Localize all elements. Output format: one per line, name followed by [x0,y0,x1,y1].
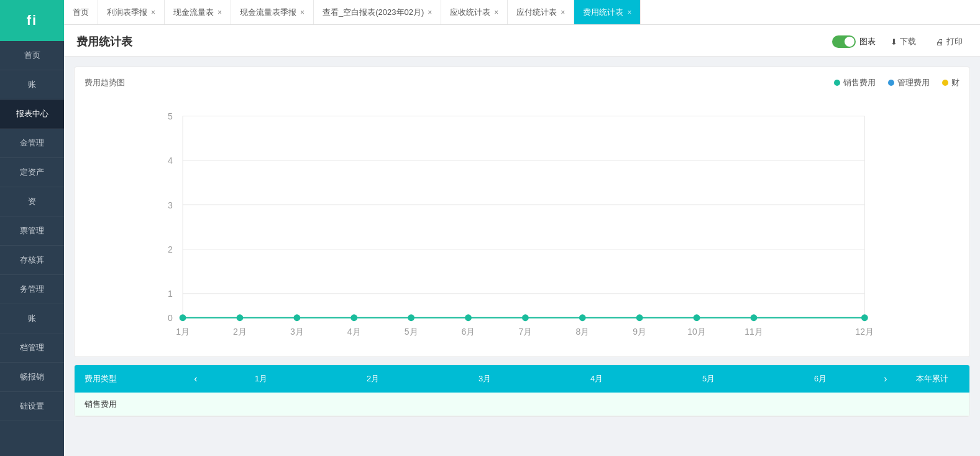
sidebar-item-settings[interactable]: 础设置 [0,392,64,421]
chart-card: 费用趋势图 销售费用 管理费用 财 [74,67,970,357]
chart-toggle-label: 图表 [859,36,876,47]
col-total: 本年累计 [895,373,969,384]
svg-point-24 [751,314,758,321]
svg-text:12月: 12月 [856,327,874,337]
svg-text:3月: 3月 [290,327,304,337]
col-type: 费用类型 [75,373,186,384]
chart-toggle-switch[interactable] [832,35,856,48]
svg-point-18 [408,314,414,321]
svg-text:8月: 8月 [575,327,589,337]
prev-nav-btn[interactable]: ‹ [186,373,205,384]
tab-cashflow[interactable]: 现金流量表 × [165,0,231,24]
tab-payable[interactable]: 应付统计表 × [508,0,574,24]
legend-dot-admin [888,80,894,86]
sidebar-item-assets[interactable]: 定资产 [0,158,64,187]
cell-type: 销售费用 [75,399,186,410]
sidebar-item-inventory[interactable]: 存核算 [0,246,64,275]
svg-text:5月: 5月 [405,327,418,337]
col-m4: 4月 [541,373,653,384]
table-header: 费用类型 ‹ 1月 2月 3月 4月 5月 6月 › 本年累计 [75,365,969,393]
expense-table: 费用类型 ‹ 1月 2月 3月 4月 5月 6月 › 本年累计 销售费用 [74,365,970,417]
sidebar-item-capital[interactable]: 资 [0,187,64,216]
print-button[interactable]: 🖨 打印 [931,34,968,50]
col-m5: 5月 [653,373,764,384]
svg-point-22 [636,314,643,321]
trend-chart: 5 4 3 2 1 0 [85,96,959,345]
svg-text:3: 3 [168,200,173,210]
svg-text:5: 5 [168,111,173,121]
svg-point-14 [180,314,186,321]
svg-text:1月: 1月 [176,327,190,337]
tab-expense-stats[interactable]: 费用统计表 × [574,0,641,24]
svg-text:1: 1 [168,289,173,299]
close-tab-receivable[interactable]: × [494,8,498,17]
col-m2: 2月 [317,373,429,384]
svg-text:9月: 9月 [633,327,646,337]
legend-dot-finance [942,80,948,86]
chart-title: 费用趋势图 [85,77,125,88]
tab-profit-quarterly[interactable]: 利润表季报 × [98,0,165,24]
chart-legend: 销售费用 管理费用 财 [834,77,959,88]
download-button[interactable]: ⬇ 下载 [886,34,921,50]
sidebar-item-account[interactable]: 账 [0,70,64,100]
legend-admin: 管理费用 [888,77,930,88]
sidebar-item-home[interactable]: 首页 [0,41,64,70]
svg-point-20 [522,314,529,321]
svg-point-19 [465,314,472,321]
svg-text:4: 4 [168,156,173,165]
page-title: 费用统计表 [76,34,132,49]
app-logo: fi [0,0,64,41]
col-m3: 3月 [429,373,541,384]
svg-point-21 [579,314,586,321]
close-tab-payable[interactable]: × [561,8,565,17]
svg-point-16 [293,314,300,321]
tab-bar: 首页 利润表季报 × 现金流量表 × 现金流量表季报 × 查看_空白报表(202… [64,0,980,25]
legend-sales: 销售费用 [834,77,876,88]
chart-svg-container: 5 4 3 2 1 0 [85,96,959,347]
sidebar-item-service[interactable]: 务管理 [0,275,64,304]
svg-text:4月: 4月 [347,327,361,337]
svg-text:10月: 10月 [687,327,706,337]
header-actions: 图表 ⬇ 下载 🖨 打印 [832,34,968,50]
legend-dot-sales [834,80,840,86]
page-header: 费用统计表 图表 ⬇ 下载 🖨 打印 [64,25,980,57]
col-m6: 6月 [764,373,876,384]
svg-point-17 [350,314,357,321]
svg-point-15 [237,314,244,321]
svg-text:6月: 6月 [462,327,475,337]
close-tab-expense-stats[interactable]: × [627,8,631,17]
sidebar-item-reports[interactable]: 报表中心 [0,100,64,129]
close-tab-cashflow[interactable]: × [218,8,222,17]
svg-text:11月: 11月 [744,327,763,337]
content-area: 费用趋势图 销售费用 管理费用 财 [64,57,980,456]
svg-point-23 [694,314,700,321]
col-m1: 1月 [205,373,317,384]
sidebar-item-expense[interactable]: 畅报销 [0,363,64,392]
main-area: 首页 利润表季报 × 现金流量表 × 现金流量表季报 × 查看_空白报表(202… [64,0,980,456]
table-row: 销售费用 [75,393,969,416]
tab-home[interactable]: 首页 [64,0,98,24]
tab-receivable[interactable]: 应收统计表 × [441,0,508,24]
legend-finance: 财 [942,77,959,88]
chart-header: 费用趋势图 销售费用 管理费用 财 [85,77,959,88]
chart-toggle-area[interactable]: 图表 [832,35,876,48]
close-tab-cashflow-quarterly[interactable]: × [300,8,305,17]
close-tab-profit-quarterly[interactable]: × [151,8,155,17]
svg-text:0: 0 [168,313,173,323]
sidebar-item-archive[interactable]: 档管理 [0,333,64,363]
close-tab-blank-report[interactable]: × [428,8,432,17]
sidebar-item-ledger[interactable]: 账 [0,304,64,333]
tab-blank-report[interactable]: 查看_空白报表(2023年02月) × [314,0,441,24]
svg-point-25 [861,314,868,321]
svg-text:2: 2 [168,244,173,254]
print-icon: 🖨 [936,37,944,47]
svg-text:7月: 7月 [518,327,532,337]
download-icon: ⬇ [891,37,897,47]
sidebar: fi 首页 账 报表中心 金管理 定资产 资 票管理 存核算 务管理 账 档管理… [0,0,64,456]
next-nav-btn[interactable]: › [876,373,895,384]
tab-cashflow-quarterly[interactable]: 现金流量表季报 × [231,0,314,24]
sidebar-item-finance[interactable]: 金管理 [0,129,64,158]
sidebar-item-invoice[interactable]: 票管理 [0,216,64,246]
svg-text:2月: 2月 [233,327,247,337]
